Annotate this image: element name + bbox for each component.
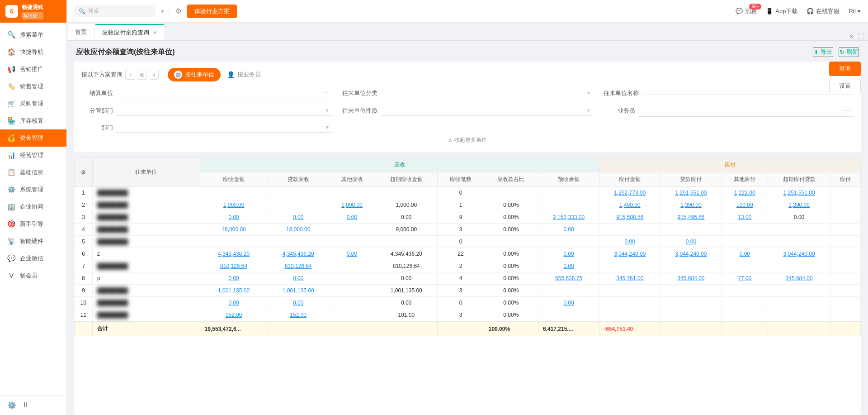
settings-bottom-icon[interactable]: ⚙️ xyxy=(7,401,16,410)
row-ap-amount[interactable]: 3,044,240.00 xyxy=(599,248,660,260)
row-ap-overdue[interactable]: 1,251,551.00 xyxy=(768,187,830,199)
query-button[interactable]: 查询 xyxy=(829,62,861,76)
row-ar-prepaid[interactable]: 0.00 xyxy=(538,248,599,260)
row-ap-amount[interactable]: 915,508.56 xyxy=(599,211,660,224)
partner-category-arrow[interactable]: ▾ xyxy=(587,90,590,96)
tab-close-icon[interactable]: ✕ xyxy=(153,30,157,36)
sidebar-item-sales[interactable]: 🏷️ 销售管理 xyxy=(0,78,66,95)
filter-nav-by-partner[interactable]: 🏢 按往来单位 xyxy=(168,68,221,81)
collapse-btn[interactable]: ∧ 收起更多条件 xyxy=(448,136,487,144)
tab-ar-ap[interactable]: 应收应付余额查询 ✕ xyxy=(95,24,164,40)
settlement-unit-dots[interactable]: ··· xyxy=(323,89,329,97)
sidebar-item-search-menu[interactable]: 🔍 搜索菜单 xyxy=(0,26,66,43)
salesperson-input[interactable]: ··· xyxy=(639,105,854,117)
sidebar-item-enterprise[interactable]: 🏢 企业协同 xyxy=(0,198,66,215)
row-ar-prepaid[interactable]: 0.00 xyxy=(538,224,599,236)
edit-scheme-icon[interactable]: ◎ xyxy=(137,70,147,80)
row-ar-other[interactable]: 0.00 xyxy=(329,248,375,260)
tab-close-all-icon[interactable]: ✕ xyxy=(849,33,854,40)
message-btn[interactable]: 💬 消息 99+ xyxy=(736,7,757,15)
col-settings-header[interactable]: ⚙ xyxy=(75,158,93,187)
row-ar-loan[interactable]: 18,000.00 xyxy=(268,224,329,236)
app-download-btn[interactable]: 📱 App下载 xyxy=(766,7,797,15)
sidebar-item-guide[interactable]: 🎯 新手引导 xyxy=(0,215,66,233)
row-ap-amount[interactable]: 0.00 xyxy=(599,236,660,248)
filter-nav-by-staff[interactable]: 👤 按业务员 xyxy=(221,68,267,81)
sidebar-item-member[interactable]: Ⅴ 畅会员 xyxy=(0,267,66,284)
partner-nature-arrow[interactable]: ▾ xyxy=(587,107,590,114)
sidebar-item-inventory[interactable]: 🏪 库存核算 xyxy=(0,112,66,129)
row-ar-amount[interactable]: 1,001,135.00 xyxy=(200,285,268,297)
row-ar-other[interactable]: 1,000.00 xyxy=(329,199,375,211)
row-ap-overdue[interactable]: 1,390.00 xyxy=(768,199,830,211)
row-ap-other[interactable]: 13.00 xyxy=(722,211,768,224)
row-ar-amount[interactable]: 0.00 xyxy=(200,297,268,309)
dept-input[interactable]: ▾ xyxy=(117,122,331,133)
row-ar-loan[interactable]: 0.00 xyxy=(268,211,329,224)
partner-nature-input[interactable]: ▾ xyxy=(381,105,592,116)
partner-category-input[interactable]: ▾ xyxy=(381,88,592,98)
row-ar-loan[interactable]: 152.00 xyxy=(268,309,329,322)
row-ar-prepaid[interactable]: 0.00 xyxy=(538,260,599,272)
row-ap-loan[interactable]: 345,684.00 xyxy=(660,272,722,285)
table-scroll[interactable]: ⚙ 往来单位 应收 应付 应收金额 贷款应收 其他应收 超期应收金额 应收笔数 xyxy=(74,157,861,415)
settings-icon[interactable]: ⚙ xyxy=(175,7,182,15)
prev-scheme-icon[interactable]: « xyxy=(149,70,159,80)
row-ar-loan[interactable]: 0.00 xyxy=(268,297,329,309)
tab-expand-icon[interactable]: ⛶ xyxy=(858,33,864,40)
row-ap-loan[interactable]: 3,044,240.00 xyxy=(660,248,722,260)
dept-manage-input[interactable]: ▾ xyxy=(117,105,331,116)
partner-name-input[interactable] xyxy=(642,91,854,95)
row-ar-prepaid[interactable]: 655,636.75 xyxy=(538,272,599,285)
search-dropdown-icon[interactable]: ▾ xyxy=(161,8,164,15)
row-ar-amount[interactable]: 810,126.64 xyxy=(200,260,268,272)
row-ar-loan[interactable]: 0.00 xyxy=(268,272,329,285)
row-ap-amount[interactable]: 345,761.00 xyxy=(599,272,660,285)
row-ar-prepaid[interactable]: 0.00 xyxy=(538,297,599,309)
row-ar-amount[interactable]: 0.00 xyxy=(200,272,268,285)
row-ar-amount[interactable]: 0.00 xyxy=(200,211,268,224)
salesperson-dots[interactable]: ··· xyxy=(845,106,851,114)
row-ar-amount[interactable]: 152.00 xyxy=(200,309,268,322)
top-search[interactable]: 🔍 搜索 xyxy=(74,5,156,17)
user-menu[interactable]: Rit ▾ xyxy=(849,8,861,14)
settings-button[interactable]: 设置 xyxy=(829,79,861,93)
settlement-unit-input[interactable]: ··· xyxy=(117,87,331,99)
online-service-btn[interactable]: 🎧 在线客服 xyxy=(807,7,840,15)
sidebar-item-purchase[interactable]: 🛒 采购管理 xyxy=(0,95,66,112)
sidebar-item-system[interactable]: ⚙️ 系统管理 xyxy=(0,181,66,198)
sidebar-item-wechat[interactable]: 💬 企业微信 xyxy=(0,250,66,267)
row-ar-amount[interactable]: 1,000.00 xyxy=(200,199,268,211)
row-ap-other[interactable]: 0.00 xyxy=(722,248,768,260)
row-ap-loan[interactable]: 1,251,551.00 xyxy=(660,187,722,199)
row-ar-loan[interactable]: 810,126.64 xyxy=(268,260,329,272)
tab-home[interactable]: 首页 xyxy=(68,24,94,40)
sidebar-item-operation[interactable]: 📊 经营管理 xyxy=(0,147,66,164)
row-ap-loan[interactable]: 0.00 xyxy=(660,236,722,248)
row-ar-prepaid[interactable]: 2,153,333.00 xyxy=(538,211,599,224)
row-ar-amount[interactable]: 18,000.00 xyxy=(200,224,268,236)
row-ap-overdue[interactable]: 3,044,240.00 xyxy=(768,248,830,260)
add-scheme-icon[interactable]: ＋ xyxy=(125,70,135,80)
row-ar-loan[interactable]: 4,345,436.20 xyxy=(268,248,329,260)
promo-button[interactable]: 体验行业方案 xyxy=(187,5,237,18)
refresh-button[interactable]: ↻ 刷新 xyxy=(839,47,859,57)
dept-arrow[interactable]: ▾ xyxy=(326,124,329,130)
row-ap-loan[interactable]: 915,495.56 xyxy=(660,211,722,224)
sidebar-item-hardware[interactable]: 📡 智能硬件 xyxy=(0,233,66,250)
row-ap-amount[interactable]: 1,252,773.00 xyxy=(599,187,660,199)
footer-ar-total[interactable]: 19,553,472,6... xyxy=(200,321,268,336)
sidebar-item-basic-info[interactable]: 📋 基础信息 xyxy=(0,164,66,181)
row-ap-loan[interactable]: 1,390.00 xyxy=(660,199,722,211)
row-ap-overdue[interactable]: 345,684.00 xyxy=(768,272,830,285)
sidebar-item-marketing[interactable]: 📢 营销推广 xyxy=(0,61,66,78)
dept-manage-arrow[interactable]: ▾ xyxy=(326,107,329,114)
row-ap-other[interactable]: 77.00 xyxy=(722,272,768,285)
row-ap-amount[interactable]: 1,490.00 xyxy=(599,199,660,211)
row-ar-other[interactable]: 0.00 xyxy=(329,211,375,224)
row-ap-other[interactable]: 100.00 xyxy=(722,199,768,211)
export-button[interactable]: ⬆ 导出 xyxy=(813,47,833,57)
sidebar-item-finance[interactable]: 💰 资金管理 xyxy=(0,129,66,147)
row-ar-loan[interactable]: 1,001,135.00 xyxy=(268,285,329,297)
row-ap-other[interactable]: 1,222.00 xyxy=(722,187,768,199)
